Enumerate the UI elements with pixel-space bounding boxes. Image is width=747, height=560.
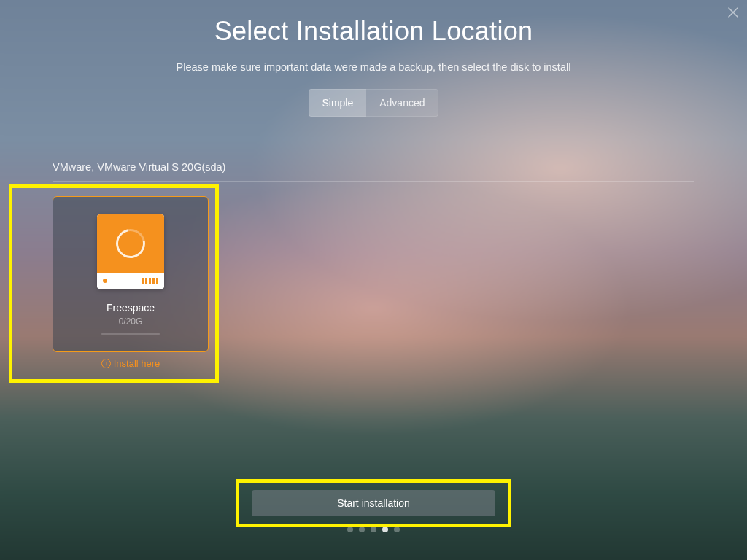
install-here-indicator: ↓ Install here xyxy=(101,358,160,369)
disk-icon xyxy=(97,214,164,289)
step-dot xyxy=(359,526,365,532)
download-circle-icon: ↓ xyxy=(101,359,111,368)
mode-toggle: Simple Advanced xyxy=(309,89,438,117)
disk-label: VMware, VMware Virtual S 20G(sda) xyxy=(53,161,225,173)
step-dot xyxy=(394,526,400,532)
page-title: Select Installation Location xyxy=(214,16,533,47)
partition-card[interactable]: Freespace 0/20G xyxy=(53,196,209,352)
mode-advanced-button[interactable]: Advanced xyxy=(366,89,438,117)
mode-simple-button[interactable]: Simple xyxy=(309,89,366,117)
partition-name: Freespace xyxy=(107,302,155,314)
start-installation-button[interactable]: Start installation xyxy=(252,490,495,516)
step-dot xyxy=(382,526,388,532)
disk-header: VMware, VMware Virtual S 20G(sda) xyxy=(53,160,694,182)
step-dot xyxy=(347,526,353,532)
page-subtitle: Please make sure important data were mad… xyxy=(177,61,571,73)
partition-size: 0/20G xyxy=(119,316,143,327)
step-indicator xyxy=(347,526,400,532)
install-here-label: Install here xyxy=(114,358,160,369)
partition-usage-bar xyxy=(101,332,160,335)
step-dot xyxy=(371,526,376,532)
